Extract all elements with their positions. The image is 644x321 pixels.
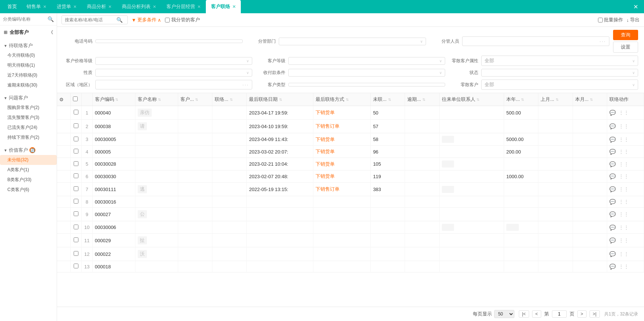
overdue-col[interactable]: 逾期... ⇅	[405, 93, 439, 106]
row-checkbox[interactable]	[74, 237, 78, 242]
row-checkbox[interactable]	[74, 225, 78, 229]
no-contact-col[interactable]: 未联... ⇅	[371, 93, 405, 106]
grid-action-icon[interactable]: ⋮⋮	[619, 251, 629, 257]
grid-action-icon[interactable]: ⋮⋮	[619, 211, 629, 217]
grid-action-icon[interactable]: ⋮⋮	[619, 110, 629, 116]
grid-action-icon[interactable]: ⋮⋮	[619, 137, 629, 142]
row-checkbox-cell[interactable]	[70, 196, 81, 208]
row-checkbox[interactable]	[74, 173, 78, 178]
sidebar-item-class-a[interactable]: A类客户(1)	[0, 165, 57, 175]
chat-icon[interactable]: 💬	[609, 173, 616, 179]
my-customers-checkbox[interactable]: 我分管的客户	[165, 17, 200, 23]
filter-search-input[interactable]	[65, 17, 116, 22]
sidebar-item-class-b[interactable]: B类客户(33)	[0, 175, 57, 185]
row-checkbox-cell[interactable]	[70, 158, 81, 170]
row-checkbox-cell[interactable]	[70, 146, 81, 158]
sidebar-item-churned[interactable]: 已流失客户(24)	[0, 123, 57, 133]
prev-page-button[interactable]: <	[532, 310, 541, 318]
tab-close-icon[interactable]: ✕	[153, 4, 156, 9]
grid-action-icon[interactable]: ⋮⋮	[619, 161, 629, 167]
window-close-button[interactable]: ✕	[630, 3, 641, 10]
company-contact-col[interactable]: 往来单位联系人 ⇅	[439, 93, 504, 106]
row-checkbox-cell[interactable]	[70, 261, 81, 272]
row-checkbox[interactable]	[74, 264, 78, 268]
query-button[interactable]: 查询	[613, 30, 638, 40]
this-month-col[interactable]: 本月... ⇅	[573, 93, 607, 106]
sidebar-item-tomorrow[interactable]: 明天待联络(1)	[0, 60, 57, 70]
name-col[interactable]: 客户名称 ⇅	[135, 93, 178, 106]
nature-select[interactable]: ∨	[95, 69, 252, 77]
row-checkbox[interactable]	[74, 137, 78, 141]
sidebar-group-value[interactable]: ▼ 价值客户 🔄	[0, 145, 57, 155]
customer-type-input[interactable]	[288, 83, 445, 87]
row-checkbox-cell[interactable]	[70, 183, 81, 196]
sidebar-item-churn-warn[interactable]: 流失预警客户(3)	[0, 113, 57, 123]
next-page-button[interactable]: >	[577, 310, 587, 318]
sidebar-search-box[interactable]: 🔍	[0, 13, 57, 25]
sidebar-item-abnormal[interactable]: 囤购异常客户(2)	[0, 103, 57, 113]
row-checkbox[interactable]	[74, 110, 78, 114]
tab-close-icon[interactable]: ✕	[108, 4, 112, 9]
settings-col[interactable]: ⚙	[57, 93, 70, 106]
page-number-input[interactable]	[552, 310, 567, 318]
row-checkbox-cell[interactable]	[70, 106, 81, 120]
row-checkbox[interactable]	[74, 149, 78, 154]
row-checkbox[interactable]	[74, 186, 78, 191]
row-checkbox[interactable]	[74, 251, 78, 256]
tab-home[interactable]: 首页	[3, 0, 21, 13]
chat-icon[interactable]: 💬	[609, 110, 616, 116]
tab-close-icon[interactable]: ✕	[73, 4, 77, 9]
row-checkbox-cell[interactable]	[70, 234, 81, 247]
sidebar-item-class-c[interactable]: C类客户(6)	[0, 185, 57, 195]
row-checkbox[interactable]	[74, 161, 78, 166]
page-size-select[interactable]: 50 100 200	[494, 310, 514, 318]
grid-action-icon[interactable]: ⋮⋮	[619, 237, 629, 243]
region-input[interactable]: ···	[95, 80, 252, 89]
my-customers-check[interactable]	[165, 18, 170, 22]
row-checkbox-cell[interactable]	[70, 133, 81, 146]
grid-action-icon[interactable]: ⋮⋮	[619, 123, 629, 129]
chat-icon[interactable]: 💬	[609, 199, 616, 205]
sidebar-item-overdue[interactable]: 逾期未联络(30)	[0, 80, 57, 90]
chat-icon[interactable]: 💬	[609, 264, 616, 269]
grid-action-icon[interactable]: ⋮⋮	[619, 199, 629, 205]
filter-search-box[interactable]: 🔍	[61, 15, 128, 24]
tab-sales[interactable]: 销售单 ✕	[21, 0, 52, 13]
tab-customer-tier[interactable]: 客户分层经营 ✕	[161, 0, 206, 13]
chat-icon[interactable]: 💬	[609, 237, 616, 243]
first-page-button[interactable]: |<	[519, 310, 529, 318]
tab-close-icon[interactable]: ✕	[232, 4, 236, 9]
select-all-checkbox[interactable]	[73, 96, 78, 101]
grid-action-icon[interactable]: ⋮⋮	[619, 225, 629, 230]
last-page-button[interactable]: >|	[590, 310, 600, 318]
contact-col[interactable]: 联络... ⇅	[212, 93, 247, 106]
export-button[interactable]: ↓ 导出	[627, 17, 640, 23]
tab-customer-contact[interactable]: 客户联络 ✕	[206, 0, 241, 13]
tab-product-analysis[interactable]: 商品分析 ✕	[82, 0, 117, 13]
last-method-col[interactable]: 最后联络方式 ⇅	[313, 93, 371, 106]
chat-icon[interactable]: 💬	[609, 161, 616, 167]
chat-icon[interactable]: 💬	[609, 186, 616, 192]
tab-close-icon[interactable]: ✕	[43, 4, 46, 9]
row-checkbox-cell[interactable]	[70, 208, 81, 221]
price-level-select[interactable]: ∨	[95, 57, 252, 65]
chat-icon[interactable]: 💬	[609, 251, 616, 257]
grid-action-icon[interactable]: ⋮⋮	[619, 264, 629, 269]
row-checkbox-cell[interactable]	[70, 170, 81, 183]
chat-icon[interactable]: 💬	[609, 211, 616, 217]
row-checkbox-cell[interactable]	[70, 221, 81, 234]
tab-purchase[interactable]: 进货单 ✕	[52, 0, 82, 13]
last-month-col[interactable]: 上月... ⇅	[538, 93, 573, 106]
chat-icon[interactable]: 💬	[609, 225, 616, 230]
tab-product-analysis-list[interactable]: 商品分析列表 ✕	[117, 0, 161, 13]
sidebar-group-pending[interactable]: ▼ 待联络客户	[0, 41, 57, 50]
manager-input[interactable]: ···	[462, 36, 609, 46]
row-checkbox[interactable]	[74, 123, 78, 128]
chat-icon[interactable]: 💬	[609, 137, 616, 142]
status-select[interactable]: ∨	[481, 69, 638, 77]
grid-action-icon[interactable]: ⋮⋮	[619, 149, 629, 155]
chat-icon[interactable]: 💬	[609, 123, 616, 129]
chat-icon[interactable]: 💬	[609, 149, 616, 155]
code-col[interactable]: 客户编码 ⇅	[92, 93, 135, 106]
row-checkbox[interactable]	[74, 211, 78, 216]
